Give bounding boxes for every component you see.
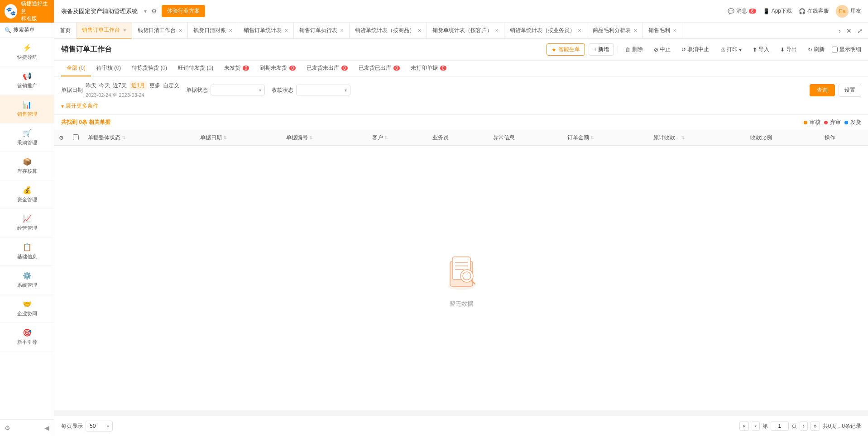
sort-status-icon[interactable]: ⇅ bbox=[122, 135, 125, 140]
next-page-button[interactable]: › bbox=[800, 422, 808, 431]
sub-tab-shipped-not-out[interactable]: 已发货未出库 0 bbox=[301, 61, 353, 76]
payment-select-wrapper bbox=[296, 85, 350, 95]
abandon-button[interactable]: 弃审 bbox=[824, 118, 841, 126]
smart-create-button[interactable]: ★ 智能生单 bbox=[547, 43, 585, 56]
audit-button[interactable]: 审核 bbox=[804, 118, 820, 126]
page-size-select[interactable]: 20 50 100 bbox=[86, 421, 113, 431]
sub-tab-pending-review[interactable]: 待审核 (0) bbox=[91, 61, 126, 76]
tab-gross-profit[interactable]: 商品毛利分析表 ✕ bbox=[587, 23, 643, 39]
tab-sales-summary-customer[interactable]: 销货单统计表（按客户） ✕ bbox=[427, 23, 504, 39]
tab-close-sales-profit[interactable]: ✕ bbox=[673, 28, 676, 33]
import-button[interactable]: ⬆ 导入 bbox=[749, 44, 773, 55]
experience-btn[interactable]: 体验行业方案 bbox=[162, 5, 205, 17]
sub-tab-shipped-out[interactable]: 已发货已出库 0 bbox=[353, 61, 405, 76]
app-download-button[interactable]: 📱 App下载 bbox=[763, 7, 792, 15]
tab-scroll-right-button[interactable]: › bbox=[837, 26, 843, 35]
sidebar-item-basic-info[interactable]: 📋 基础信息 bbox=[0, 237, 54, 266]
tab-close-cash-daily[interactable]: ✕ bbox=[178, 28, 182, 33]
print-dropdown-icon[interactable]: ▾ bbox=[739, 47, 742, 53]
shortcut-more[interactable]: 更多 bbox=[149, 82, 160, 90]
tab-sales-summary-product[interactable]: 销货单统计表（按商品） ✕ bbox=[350, 23, 427, 39]
user-menu-button[interactable]: Ea 用友 bbox=[836, 5, 861, 18]
shortcut-7days[interactable]: 近7天 bbox=[113, 82, 127, 90]
tab-maximize-button[interactable]: ⤢ bbox=[855, 26, 864, 35]
operation-icon: 📈 bbox=[23, 214, 32, 223]
sidebar-item-finance[interactable]: 💰 资金管理 bbox=[0, 180, 54, 209]
col-checkbox[interactable] bbox=[68, 130, 83, 146]
show-detail-checkbox[interactable]: 显示明细 bbox=[832, 46, 861, 53]
sidebar-item-quick-nav[interactable]: ⚡ 快捷导航 bbox=[0, 38, 54, 66]
tab-close-cash-reconcile[interactable]: ✕ bbox=[229, 28, 232, 33]
col-exception: 异常信息 bbox=[489, 130, 563, 146]
header-settings-button[interactable]: ⚙ bbox=[151, 8, 157, 15]
prev-page-button[interactable]: ‹ bbox=[752, 422, 760, 431]
sub-tab-overdue-ship[interactable]: 到期未发货 0 bbox=[254, 61, 301, 76]
sidebar-item-sales[interactable]: 📊 销售管理 bbox=[0, 95, 54, 123]
select-all-checkbox[interactable] bbox=[73, 134, 79, 140]
tab-close-all-button[interactable]: ✕ bbox=[844, 26, 854, 35]
tab-sales-workbench[interactable]: 销售订单工作台 ✕ bbox=[77, 23, 132, 39]
sidebar-item-system[interactable]: ⚙️ 系统管理 bbox=[0, 266, 54, 294]
sidebar-item-guide[interactable]: 🎯 新手引导 bbox=[0, 323, 54, 351]
sort-date-icon[interactable]: ⇅ bbox=[223, 135, 227, 140]
payment-select[interactable] bbox=[296, 85, 350, 95]
sidebar-item-inventory[interactable]: 📦 库存核算 bbox=[0, 152, 54, 180]
show-detail-input[interactable] bbox=[832, 47, 838, 52]
tab-sales-stats[interactable]: 销售订单统计表 ✕ bbox=[238, 23, 294, 39]
ship-button[interactable]: 发货 bbox=[844, 118, 861, 126]
system-dropdown-icon[interactable]: ▾ bbox=[144, 8, 147, 14]
tab-sales-profit[interactable]: 销售毛利 ✕ bbox=[643, 23, 682, 39]
set-button[interactable]: 设置 bbox=[839, 84, 861, 97]
tab-sales-exec[interactable]: 销售订单执行表 ✕ bbox=[294, 23, 350, 39]
sub-tab-wangpu-ship[interactable]: 旺铺待发货 (0) bbox=[173, 61, 219, 76]
shortcut-today[interactable]: 今天 bbox=[99, 82, 110, 90]
message-badge: 6 bbox=[749, 9, 756, 14]
sub-tab-pending-inspect[interactable]: 待拣货验货 (0) bbox=[126, 61, 173, 76]
horizontal-scrollbar[interactable] bbox=[54, 410, 868, 416]
tab-cash-daily[interactable]: 钱货日清工作台 ✕ bbox=[132, 23, 188, 39]
shortcut-custom[interactable]: 自定义 bbox=[163, 82, 179, 90]
tab-close-sales-exec[interactable]: ✕ bbox=[340, 28, 344, 33]
message-button[interactable]: 💬 消息 6 bbox=[728, 7, 756, 15]
sidebar-item-cooperation[interactable]: 🤝 企业协同 bbox=[0, 294, 54, 323]
refresh-button[interactable]: ↻ 刷新 bbox=[804, 44, 828, 55]
delete-button[interactable]: 🗑 删除 bbox=[622, 44, 647, 55]
first-page-button[interactable]: « bbox=[739, 422, 749, 431]
sort-amount-icon[interactable]: ⇅ bbox=[590, 135, 594, 140]
stop-button[interactable]: ⊘ 中止 bbox=[650, 44, 674, 55]
sub-tab-not-printed[interactable]: 未打印单据 0 bbox=[405, 61, 452, 76]
settings-bottom-icon[interactable]: ⚙ bbox=[5, 424, 10, 431]
sort-number-icon[interactable]: ⇅ bbox=[309, 135, 313, 140]
last-page-button[interactable]: » bbox=[810, 422, 820, 431]
tab-sales-summary-staff[interactable]: 销货单统计表（按业务员） ✕ bbox=[504, 23, 587, 39]
tab-close-sales-stats[interactable]: ✕ bbox=[284, 28, 288, 33]
search-menu-button[interactable]: 🔍 搜索菜单 bbox=[0, 23, 54, 38]
online-service-button[interactable]: 🎧 在线客服 bbox=[799, 7, 829, 15]
sort-customer-icon[interactable]: ⇅ bbox=[384, 135, 388, 140]
shortcut-1month[interactable]: 近1月 bbox=[129, 81, 147, 90]
expand-more-button[interactable]: ▾ 展开更多条件 bbox=[61, 102, 861, 110]
collapse-sidebar-button[interactable]: ◀ bbox=[44, 424, 49, 431]
tab-close-sales-workbench[interactable]: ✕ bbox=[123, 28, 126, 33]
tab-close-sales-summary-product[interactable]: ✕ bbox=[417, 28, 421, 33]
tab-close-gross-profit[interactable]: ✕ bbox=[633, 28, 637, 33]
cancel-stop-button[interactable]: ↺ 取消中止 bbox=[678, 44, 713, 55]
sidebar-item-operation[interactable]: 📈 经营管理 bbox=[0, 209, 54, 237]
print-button[interactable]: 🖨 打印 ▾ bbox=[716, 44, 745, 55]
tab-close-sales-summary-staff[interactable]: ✕ bbox=[578, 28, 581, 33]
export-button[interactable]: ⬇ 导出 bbox=[777, 44, 801, 55]
page-number-input[interactable] bbox=[771, 422, 789, 431]
shortcut-yesterday[interactable]: 昨天 bbox=[86, 82, 96, 90]
col-settings[interactable]: ⚙ bbox=[54, 130, 68, 146]
status-select[interactable] bbox=[211, 85, 265, 95]
sort-collected-icon[interactable]: ⇅ bbox=[681, 135, 685, 140]
sidebar-item-marketing[interactable]: 📢 营销推广 bbox=[0, 66, 54, 95]
sub-tab-not-shipped[interactable]: 未发货 0 bbox=[219, 61, 254, 76]
tab-cash-reconcile[interactable]: 钱货日清对账 ✕ bbox=[188, 23, 238, 39]
tab-home[interactable]: 首页 bbox=[54, 23, 77, 39]
sub-tab-all[interactable]: 全部 (0) bbox=[61, 61, 91, 76]
tab-close-sales-summary-customer[interactable]: ✕ bbox=[495, 28, 499, 33]
sidebar-item-purchase[interactable]: 🛒 采购管理 bbox=[0, 123, 54, 152]
query-button[interactable]: 查询 bbox=[810, 84, 835, 96]
new-order-button[interactable]: + 新增 bbox=[589, 43, 614, 56]
